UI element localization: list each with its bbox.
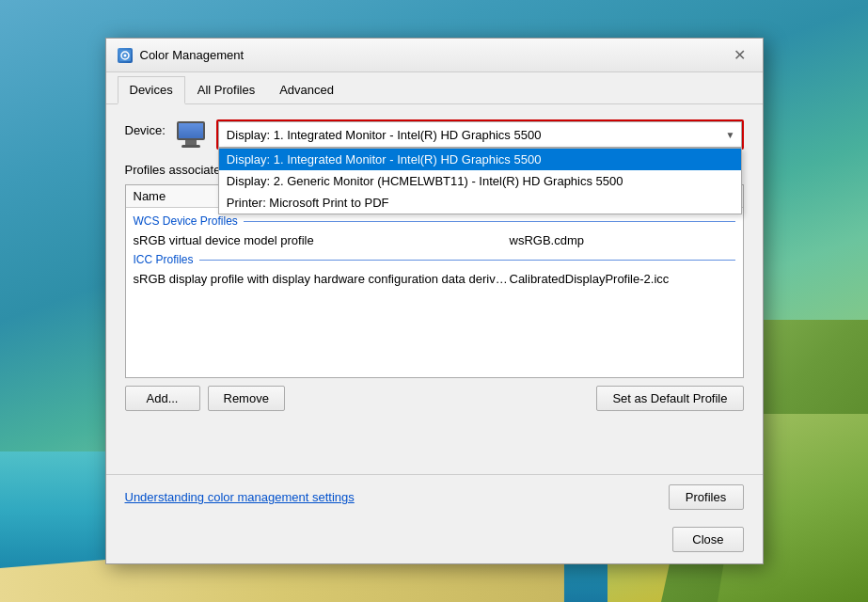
category-icc-line xyxy=(199,260,735,261)
device-select-container: Display: 1. Integrated Monitor - Intel(R… xyxy=(216,119,744,150)
tab-advanced[interactable]: Advanced xyxy=(267,76,346,103)
bottom-section: Understanding color management settings … xyxy=(106,474,763,519)
action-buttons-row: Add... Remove Set as Default Profile xyxy=(125,386,744,411)
dropdown-item-2[interactable]: Printer: Microsoft Print to PDF xyxy=(219,192,741,214)
close-main-button[interactable]: Close xyxy=(672,527,743,552)
category-icc: ICC Profiles xyxy=(126,250,743,269)
monitor-icon-container xyxy=(177,121,205,148)
remove-button[interactable]: Remove xyxy=(208,386,285,411)
profile-row-0[interactable]: sRGB virtual device model profile wsRGB.… xyxy=(126,230,743,250)
tabs-bar: Devices All Profiles Advanced xyxy=(106,72,763,104)
footer-row: Close xyxy=(106,519,763,563)
category-icc-label: ICC Profiles xyxy=(134,253,194,266)
close-button-titlebar[interactable]: ✕ xyxy=(729,44,751,67)
category-wcs: WCS Device Profiles xyxy=(126,212,743,230)
category-wcs-label: WCS Device Profiles xyxy=(134,214,238,228)
dropdown-arrow-icon: ▼ xyxy=(726,130,735,140)
tab-devices[interactable]: Devices xyxy=(118,76,185,104)
device-label: Device: xyxy=(125,119,166,137)
selected-device-label: Display: 1. Integrated Monitor - Intel(R… xyxy=(227,128,542,142)
title-bar-left: Color Management xyxy=(118,48,245,63)
color-management-dialog: Color Management ✕ Devices All Profiles … xyxy=(105,38,764,564)
profile-name-0: sRGB virtual device model profile xyxy=(134,233,510,247)
title-bar: Color Management ✕ xyxy=(106,39,763,72)
profile-filename-0: wsRGB.cdmp xyxy=(510,233,735,247)
help-link[interactable]: Understanding color management settings xyxy=(125,490,355,504)
monitor-screen-icon xyxy=(177,121,205,140)
profile-name-1: sRGB display profile with display hardwa… xyxy=(134,272,510,286)
profiles-button[interactable]: Profiles xyxy=(669,484,744,510)
profile-row-1[interactable]: sRGB display profile with display hardwa… xyxy=(126,269,743,289)
device-dropdown[interactable]: Display: 1. Integrated Monitor - Intel(R… xyxy=(218,121,742,148)
set-default-button[interactable]: Set as Default Profile xyxy=(596,386,743,411)
dropdown-menu: Display: 1. Integrated Monitor - Intel(R… xyxy=(218,148,742,214)
category-wcs-line xyxy=(244,221,735,222)
monitor-base-icon xyxy=(181,145,200,148)
dropdown-border: Display: 1. Integrated Monitor - Intel(R… xyxy=(216,119,744,150)
profiles-table-body: WCS Device Profiles sRGB virtual device … xyxy=(126,208,743,377)
dialog-title: Color Management xyxy=(140,48,245,62)
device-row: Device: Display: 1. Integrated Monitor -… xyxy=(125,119,744,150)
svg-point-2 xyxy=(123,54,126,56)
dropdown-item-0[interactable]: Display: 1. Integrated Monitor - Intel(R… xyxy=(219,149,741,170)
dropdown-item-1[interactable]: Display: 2. Generic Monitor (HCMELWBT11)… xyxy=(219,170,741,192)
dialog-overlay: Color Management ✕ Devices All Profiles … xyxy=(0,0,868,602)
add-button[interactable]: Add... xyxy=(125,386,200,411)
dialog-content: Device: Display: 1. Integrated Monitor -… xyxy=(106,104,763,474)
tab-all-profiles[interactable]: All Profiles xyxy=(185,76,267,103)
app-icon xyxy=(118,48,133,63)
profile-filename-1: CalibratedDisplayProfile-2.icc xyxy=(510,272,735,286)
